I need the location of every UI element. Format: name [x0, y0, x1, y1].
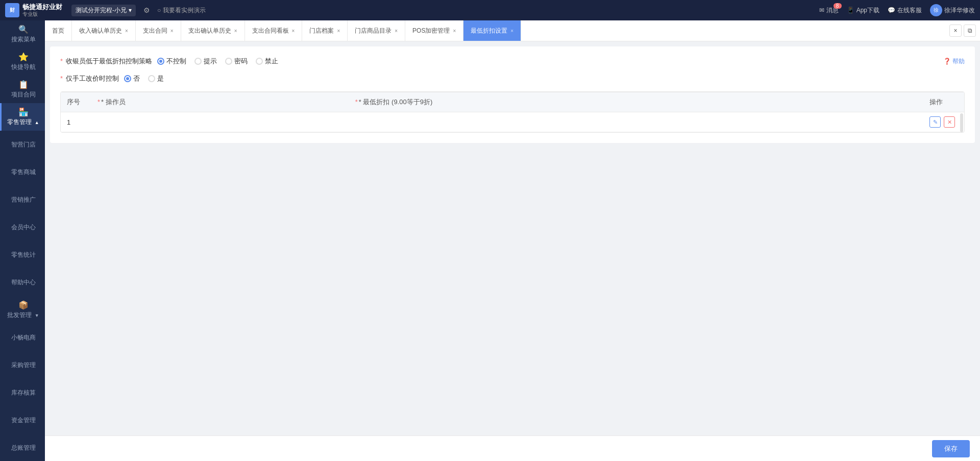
logo-icon: 财 — [5, 3, 19, 17]
tab-payment-confirm-history[interactable]: 支出确认单历史 × — [181, 20, 245, 41]
manual-price-no[interactable]: 否 — [124, 74, 140, 83]
tab-min-discount[interactable]: 最低折扣设置 × — [463, 20, 521, 41]
sidebar-item-search[interactable]: 🔍 搜索菜单 — [0, 20, 45, 48]
cashier-policy-forbid[interactable]: 禁止 — [256, 57, 278, 66]
top-header: 财 畅捷通好业财 专业版 测试分开完程-小兄 ▾ ⚙ ○ 我要看实例演示 ✉ 消… — [0, 0, 980, 20]
delete-row-button[interactable]: ✕ — [944, 116, 955, 128]
sidebar-item-label: 搜索菜单 — [11, 35, 36, 44]
sidebar-item-ledger[interactable]: 总账管理 — [0, 434, 45, 461]
tab-home[interactable]: 首页 — [45, 20, 72, 41]
bottom-bar: 保存 — [45, 435, 980, 461]
sidebar-item-wholesale[interactable]: 📦 批发管理 ▼ — [0, 296, 45, 324]
tab-bar: 首页 收入确认单历史 × 支出合同 × 支出确认单历史 × 支出合同看板 × 门… — [45, 20, 980, 41]
tab-income-history[interactable]: 收入确认单历史 × — [72, 20, 136, 41]
radio-indicator — [225, 58, 232, 65]
sidebar-item-label: 批发管理 ▼ — [7, 311, 39, 320]
table-scrollbar — [960, 112, 963, 132]
tab-close-icon[interactable]: × — [125, 28, 128, 34]
sidebar-item-member[interactable]: 会员中心 — [0, 213, 45, 241]
manual-price-radio-group: 否 是 — [124, 74, 164, 83]
manual-price-row: * 仅手工改价时控制 否 是 — [60, 74, 965, 83]
sidebar-item-label: 零售商城 — [11, 168, 36, 177]
sidebar-item-inventory[interactable]: 库存核算 — [0, 379, 45, 406]
cashier-policy-password[interactable]: 密码 — [225, 57, 248, 66]
sidebar-item-label: 营销推广 — [11, 196, 36, 204]
header-left: 财 畅捷通好业财 专业版 测试分开完程-小兄 ▾ ⚙ ○ 我要看实例演示 — [5, 3, 206, 17]
tab-payment-contract-board[interactable]: 支出合同看板 × — [245, 20, 303, 41]
star-icon: ⭐ — [18, 52, 29, 62]
content-area: 首页 收入确认单历史 × 支出合同 × 支出确认单历史 × 支出合同看板 × 门… — [45, 20, 980, 461]
sidebar-item-label: 零售统计 — [11, 251, 36, 259]
sidebar-item-label: 会员中心 — [11, 223, 36, 232]
tab-close-icon[interactable]: × — [337, 28, 340, 34]
radio-indicator — [194, 58, 202, 65]
radio-indicator — [148, 75, 155, 82]
sidebar-item-label: 项目合同 — [11, 90, 36, 99]
tab-store-file[interactable]: 门店档案 × — [302, 20, 348, 41]
message-icon: ✉ — [819, 7, 824, 14]
sidebar-item-label: 小畅电商 — [11, 333, 36, 342]
cell-operator — [91, 112, 349, 132]
demo-link[interactable]: ○ 我要看实例演示 — [157, 6, 206, 15]
save-button[interactable]: 保存 — [932, 440, 970, 457]
tab-close-icon[interactable]: × — [453, 28, 456, 34]
sidebar-item-label: 帮助中心 — [11, 278, 36, 287]
sidebar-item-help[interactable]: 帮助中心 — [0, 269, 45, 296]
sidebar-item-retail-mall[interactable]: 零售商城 — [0, 158, 45, 186]
tab-close-icon[interactable]: × — [234, 28, 237, 34]
sidebar-item-retail-stats[interactable]: 零售统计 — [0, 241, 45, 269]
sidebar-item-purchase[interactable]: 采购管理 — [0, 351, 45, 379]
cashier-policy-no-control[interactable]: 不控制 — [157, 57, 186, 66]
tab-close-icon[interactable]: × — [395, 28, 398, 34]
tab-close-all-button[interactable]: × — [949, 25, 962, 37]
header-settings-button[interactable]: ⚙ — [140, 4, 153, 17]
sidebar-item-label: 总账管理 — [11, 444, 36, 452]
tab-bar-actions: × ⧉ — [945, 25, 980, 37]
tab-close-icon[interactable]: × — [510, 28, 513, 34]
tab-store-product[interactable]: 门店商品目录 × — [348, 20, 405, 41]
tab-expand-button[interactable]: ⧉ — [964, 25, 976, 37]
chevron-down-icon: ▾ — [129, 7, 132, 14]
sidebar-item-retail[interactable]: 🏪 零售管理 ▲ — [0, 103, 45, 131]
edit-row-button[interactable]: ✎ — [929, 116, 941, 128]
manual-price-yes[interactable]: 是 — [148, 74, 164, 83]
radio-indicator — [157, 58, 164, 65]
scrollbar-thumb[interactable] — [960, 113, 963, 132]
cashier-policy-radio-group: 不控制 提示 密码 禁止 — [157, 57, 278, 66]
sidebar-item-smart-store[interactable]: 智营门店 — [0, 131, 45, 158]
sidebar-item-label: 采购管理 — [11, 361, 36, 370]
help-link[interactable]: ❓ 帮助 — [943, 57, 965, 66]
project-icon: 📋 — [18, 80, 29, 89]
demo-icon: ○ — [157, 7, 161, 14]
cashier-policy-remind[interactable]: 提示 — [194, 57, 217, 66]
tab-close-icon[interactable]: × — [170, 28, 174, 34]
service-icon: 💬 — [888, 7, 895, 14]
tab-close-icon[interactable]: × — [292, 28, 295, 34]
tab-pos-password[interactable]: POS加密管理 × — [405, 20, 463, 41]
online-service-button[interactable]: 💬 在线客服 — [888, 6, 922, 15]
project-selector[interactable]: 测试分开完程-小兄 ▾ — [71, 5, 136, 16]
cell-min-discount — [349, 112, 923, 132]
settings-form-card: * 收银员低于最低折扣控制策略 不控制 提示 — [50, 46, 975, 143]
sidebar-item-capital[interactable]: 资金管理 — [0, 406, 45, 434]
sidebar-item-label: 快捷导航 — [11, 63, 36, 71]
logo-area: 财 畅捷通好业财 专业版 — [5, 3, 62, 17]
cell-seq: 1 — [61, 112, 91, 132]
manual-price-label: * 仅手工改价时控制 — [60, 74, 119, 83]
app-download-button[interactable]: 📱 App下载 — [847, 6, 879, 15]
main-layout: 🔍 搜索菜单 ⭐ 快捷导航 📋 项目合同 🏪 零售管理 ▲ 智营门店 零售商城 … — [0, 20, 980, 461]
sidebar-item-ecommerce[interactable]: 小畅电商 — [0, 324, 45, 351]
sidebar-item-label: 零售管理 ▲ — [7, 118, 39, 127]
col-actions: 操作 — [923, 92, 964, 112]
message-button[interactable]: ✉ 消息 8 — [819, 6, 839, 15]
discount-table: 序号 ** 操作员 ** 最低折扣 (9.00等于9折) 操作 — [61, 92, 964, 132]
sidebar-item-label: 智营门店 — [11, 140, 36, 149]
user-profile-button[interactable]: 徐 徐泽华修改 — [930, 4, 975, 16]
sidebar-item-quicknav[interactable]: ⭐ 快捷导航 — [0, 48, 45, 76]
radio-indicator — [124, 75, 131, 82]
retail-icon: 🏪 — [18, 107, 29, 117]
col-min-discount: ** 最低折扣 (9.00等于9折) — [349, 92, 923, 112]
tab-payment-contract[interactable]: 支出合同 × — [136, 20, 181, 41]
sidebar-item-marketing[interactable]: 营销推广 — [0, 186, 45, 213]
sidebar-item-project[interactable]: 📋 项目合同 — [0, 76, 45, 103]
